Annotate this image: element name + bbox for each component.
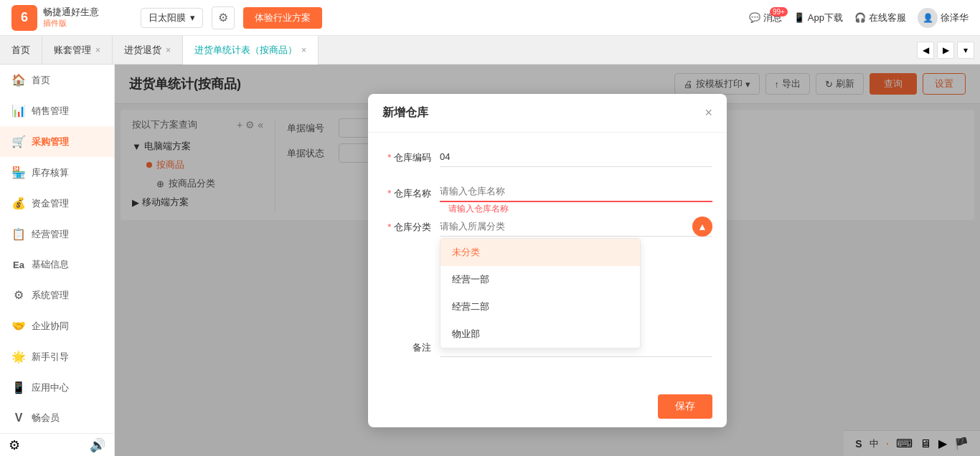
- logo-area: 6 畅捷通好生意 插件版: [11, 5, 126, 31]
- sidebar-item-basic-info[interactable]: Ea 基础信息: [0, 250, 114, 280]
- category-arrow-button[interactable]: ▲: [692, 217, 712, 237]
- tab-bar: 首页 账套管理 × 进货退货 × 进货单统计表（按商品） × ◀ ▶ ▾: [0, 36, 980, 65]
- tab-prev-button[interactable]: ◀: [917, 42, 934, 59]
- sales-icon: 📊: [11, 104, 26, 118]
- sidebar: 🏠 首页 📊 销售管理 🛒 采购管理 🏪 库存核算 💰 资金管理 📋 经营管理 …: [0, 65, 115, 456]
- main-layout: 🏠 首页 📊 销售管理 🛒 采购管理 🏪 库存核算 💰 资金管理 📋 经营管理 …: [0, 65, 980, 456]
- sidebar-item-system-label: 系统管理: [32, 289, 69, 302]
- form-row-name: * 仓库名称 请输入仓库名称: [382, 181, 712, 202]
- sidebar-bottom: ⚙ 🔊: [0, 433, 114, 456]
- home-icon: 🏠: [11, 73, 26, 87]
- logo-text: 畅捷通好生意: [43, 6, 99, 19]
- tab-purchase-stats[interactable]: 进货单统计表（按商品） ×: [183, 36, 319, 65]
- tab-purchase-return-close[interactable]: ×: [166, 45, 171, 55]
- tab-account[interactable]: 账套管理 ×: [42, 36, 113, 65]
- sidebar-item-sales[interactable]: 📊 销售管理: [0, 95, 114, 126]
- sidebar-item-operations[interactable]: 📋 经营管理: [0, 219, 114, 250]
- online-service-button[interactable]: 🎧 在线客服: [854, 11, 906, 24]
- sidebar-item-home-label: 首页: [32, 74, 50, 87]
- user-menu[interactable]: 👤 徐泽华: [918, 8, 969, 28]
- message-button[interactable]: 💬 消息 99+: [749, 11, 782, 24]
- message-icon: 💬: [749, 12, 760, 23]
- app-download-label: App下载: [808, 11, 843, 24]
- save-button[interactable]: 保存: [658, 394, 712, 419]
- guide-icon: 🌟: [11, 350, 26, 364]
- sidebar-item-member-label: 畅会员: [32, 412, 60, 424]
- name-label: * 仓库名称: [382, 183, 440, 200]
- tab-purchase-return[interactable]: 进货退货 ×: [113, 36, 183, 65]
- tab-menu-button[interactable]: ▾: [957, 42, 974, 59]
- modal-body: * 仓库编码 * 仓库名称: [368, 133, 727, 386]
- trial-button[interactable]: 体验行业方案: [243, 7, 322, 29]
- volume-icon[interactable]: 🔊: [90, 437, 105, 453]
- enterprise-icon: 🤝: [11, 319, 26, 333]
- settings-bottom-icon[interactable]: ⚙: [9, 437, 20, 453]
- store-selector[interactable]: 日太阳膜 ▾: [141, 8, 203, 28]
- sidebar-item-sales-label: 销售管理: [32, 105, 69, 118]
- code-input[interactable]: [440, 147, 712, 167]
- message-badge: 99+: [770, 7, 788, 16]
- purchase-icon: 🛒: [11, 135, 26, 148]
- store-name: 日太阳膜: [149, 11, 186, 24]
- tab-purchase-stats-close[interactable]: ×: [301, 45, 306, 55]
- sidebar-item-purchase[interactable]: 🛒 采购管理: [0, 126, 114, 157]
- category-label: * 仓库分类: [382, 217, 440, 234]
- system-icon: ⚙: [11, 288, 26, 302]
- sidebar-item-basic-info-label: 基础信息: [32, 258, 69, 271]
- dropdown-item-ops2[interactable]: 经营二部: [440, 293, 640, 320]
- sidebar-item-finance-label: 资金管理: [32, 197, 69, 210]
- inventory-icon: 🏪: [11, 166, 26, 179]
- sidebar-item-purchase-label: 采购管理: [32, 136, 69, 148]
- online-service-label: 在线客服: [869, 11, 906, 24]
- tab-actions: ◀ ▶ ▾: [911, 42, 980, 59]
- name-input[interactable]: [440, 181, 712, 202]
- sidebar-item-home[interactable]: 🏠 首页: [0, 65, 114, 95]
- modal-add-warehouse: 新增仓库 × * 仓库编码: [368, 94, 727, 427]
- sidebar-item-guide-label: 新手引导: [32, 351, 69, 364]
- modal-close-button[interactable]: ×: [705, 106, 712, 119]
- chevron-down-icon: ▾: [190, 12, 195, 23]
- content-area: 进货单统计(按商品) 🖨 按模板打印 ▾ ↑ 导出 ↻ 刷新 查询 设置: [115, 65, 980, 456]
- tab-next-button[interactable]: ▶: [937, 42, 954, 59]
- tab-account-close[interactable]: ×: [95, 45, 100, 55]
- sidebar-item-operations-label: 经营管理: [32, 228, 69, 241]
- modal-footer: 保存: [368, 386, 727, 427]
- app-download-button[interactable]: 📱 App下载: [793, 11, 843, 24]
- dropdown-item-property[interactable]: 物业部: [440, 320, 640, 348]
- logo-sub: 插件版: [43, 18, 99, 29]
- avatar: 👤: [918, 8, 938, 28]
- tab-account-label: 账套管理: [54, 44, 91, 57]
- tab-purchase-stats-label: 进货单统计表（按商品）: [194, 44, 297, 57]
- operations-icon: 📋: [11, 227, 26, 241]
- sidebar-item-apps-label: 应用中心: [32, 381, 69, 394]
- modal-overlay: 新增仓库 × * 仓库编码: [115, 65, 980, 456]
- sidebar-item-system[interactable]: ⚙ 系统管理: [0, 280, 114, 310]
- modal-title: 新增仓库: [382, 105, 428, 120]
- notes-label: 备注: [382, 337, 440, 354]
- headset-icon: 🎧: [854, 12, 866, 23]
- category-input[interactable]: [440, 217, 712, 237]
- category-dropdown: 未分类 经营一部 经营二部 物业部: [440, 238, 641, 348]
- sidebar-item-member[interactable]: V 畅会员: [0, 403, 114, 433]
- tab-home-label: 首页: [11, 44, 30, 57]
- sidebar-item-apps[interactable]: 📱 应用中心: [0, 372, 114, 403]
- username: 徐泽华: [941, 11, 969, 24]
- modal-header: 新增仓库 ×: [368, 94, 727, 133]
- sidebar-item-enterprise[interactable]: 🤝 企业协同: [0, 310, 114, 341]
- form-row-code: * 仓库编码: [382, 147, 712, 167]
- sidebar-item-inventory-label: 库存核算: [32, 166, 69, 179]
- logo-icon: 6: [11, 5, 37, 31]
- member-icon: V: [11, 412, 26, 424]
- tab-purchase-return-label: 进货退货: [124, 44, 161, 57]
- code-label: * 仓库编码: [382, 147, 440, 164]
- header-right: 💬 消息 99+ 📱 App下载 🎧 在线客服 👤 徐泽华: [749, 8, 969, 28]
- sidebar-item-guide[interactable]: 🌟 新手引导: [0, 341, 114, 372]
- dropdown-item-uncategorized[interactable]: 未分类: [440, 239, 640, 266]
- dropdown-item-ops1[interactable]: 经营一部: [440, 266, 640, 293]
- settings-button[interactable]: ⚙: [212, 6, 235, 29]
- sidebar-item-inventory[interactable]: 🏪 库存核算: [0, 157, 114, 188]
- header-center: 日太阳膜 ▾ ⚙ 体验行业方案: [126, 6, 749, 29]
- tab-home[interactable]: 首页: [0, 36, 42, 65]
- sidebar-item-finance[interactable]: 💰 资金管理: [0, 188, 114, 219]
- basic-info-icon: Ea: [11, 260, 26, 270]
